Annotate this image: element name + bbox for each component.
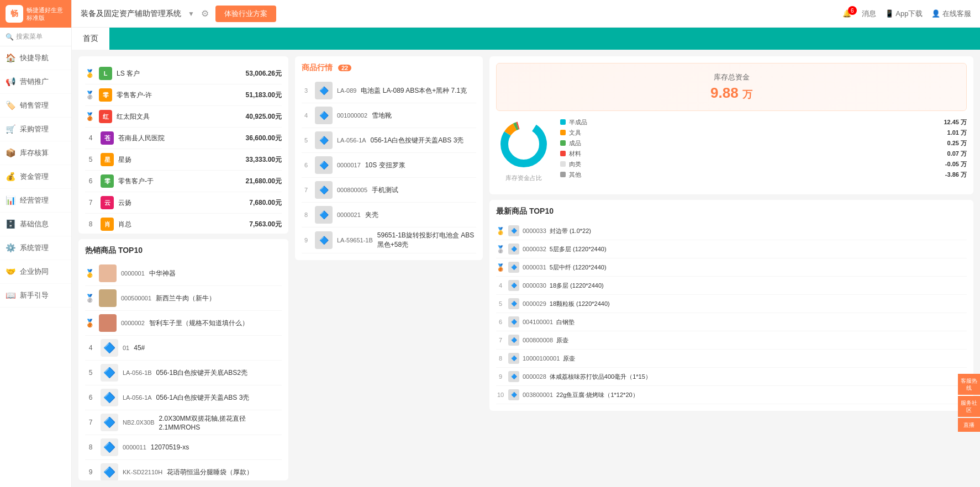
- legend-name: 其他: [569, 171, 942, 179]
- newest-product-code: 003800001: [523, 391, 553, 398]
- sales-amount: 7,563.00元: [249, 220, 282, 229]
- newest-product-name: 体咸荔核味苏打饮品400毫升（1*15）: [550, 373, 967, 381]
- newest-product-name: 5层多层 (1220*2440): [550, 245, 967, 253]
- sidebar-item-快捷导航[interactable]: 🏠 快捷导航: [0, 46, 71, 70]
- customer-name: 肖总: [118, 220, 245, 229]
- product-thumbnail: 🔷: [101, 414, 118, 431]
- product-name: 花语萌恒温分腿睡袋（厚款）: [167, 468, 282, 477]
- product-code: KK-SD22110H: [123, 469, 162, 475]
- product-name: 电池盖 LA-089 ABS本色+黑种 7.1克: [361, 86, 476, 96]
- product-code: LA-056-1A: [337, 137, 366, 144]
- legend-value: 12.45 万: [944, 118, 967, 126]
- sidebar-item-新手引导[interactable]: 📖 新手引导: [0, 284, 71, 308]
- app-download-btn[interactable]: 📱 App下载: [885, 9, 923, 19]
- tab-home[interactable]: 首页: [72, 28, 109, 50]
- legend-item: 文具 1.01 万: [560, 129, 967, 137]
- sidebar-item-label: 营销推广: [20, 77, 49, 87]
- newest-product-item: 5 🔷 0000029 18颗粒板 (1220*2440): [496, 295, 967, 313]
- chart-sublabel: 库存资金占比: [496, 174, 551, 182]
- message-btn[interactable]: 🔔6 消息: [842, 9, 877, 19]
- hot-product-item: 🥉 0000002 智利车子里（规格不知道填什么）: [85, 311, 282, 336]
- sidebar-logo: 畅 畅捷通好生意 标准版: [0, 0, 71, 28]
- sidebar-icon: 🏠: [6, 53, 15, 63]
- newest-rank-num: 8: [496, 355, 505, 362]
- newest-product-item: 7 🔷 000800008 原壶: [496, 331, 967, 350]
- newest-product-item: 🥉 🔷 0000031 5层中纤 (1220*2440): [496, 258, 967, 277]
- newest-product-icon: 🔷: [508, 244, 519, 255]
- product-thumbnail: 🔷: [101, 438, 118, 456]
- logo-icon: 畅: [6, 5, 23, 23]
- newest-product-name: 原壶: [563, 354, 967, 363]
- customer-avatar: 肖: [101, 218, 114, 231]
- float-btn-服务社区[interactable]: 服务社区: [958, 396, 980, 417]
- newest-product-item: 6 🔷 004100001 白钢垫: [496, 313, 967, 331]
- newest-medal: 🥉: [496, 263, 505, 272]
- sidebar-item-营销推广[interactable]: 📢 营销推广: [0, 70, 71, 94]
- newest-product-icon: 🔷: [508, 225, 519, 236]
- newest-product-code: 000800008: [523, 337, 553, 343]
- market-rank: 5: [302, 137, 310, 144]
- market-product-item: 5 🔷 LA-056-1A 056-1A白色按键开关盖ABS 3壳: [302, 128, 476, 153]
- product-market-box: 商品行情 22 3 🔷 LA-089 电池盖 LA-089 ABS本色+黑种 7…: [295, 56, 483, 260]
- rank-number: 6: [85, 177, 96, 185]
- hot-products-box: 热销商品 TOP10 🥇 0000001 中华神器 🥈 000500001 新西…: [78, 239, 288, 480]
- hot-rank-num: 7: [85, 419, 96, 426]
- newest-rank-num: 7: [496, 337, 505, 343]
- sidebar-item-资金管理[interactable]: 💰 资金管理: [0, 165, 71, 189]
- hot-products-title: 热销商品 TOP10: [85, 246, 282, 256]
- newest-product-icon: 🔷: [508, 353, 519, 364]
- product-code: LA-59651-1B: [337, 237, 373, 244]
- sidebar-item-基础信息[interactable]: 🗄️ 基础信息: [0, 213, 71, 236]
- sidebar-item-经营管理[interactable]: 📊 经营管理: [0, 189, 71, 213]
- legend-dot: [560, 140, 566, 146]
- search-menu[interactable]: 🔍 搜索菜单: [0, 28, 71, 46]
- online-service-btn[interactable]: 👤 在线客服: [931, 9, 971, 19]
- medal-icon: 🥉: [85, 112, 94, 121]
- donut-section: 库存资金占比 半成品 12.45 万 文具 1.01 万 成品 0.25 万 材…: [496, 111, 967, 188]
- dropdown-arrow-icon[interactable]: ▼: [188, 10, 194, 18]
- market-rank: 3: [302, 87, 310, 94]
- customer-avatar: 星: [101, 153, 114, 166]
- hot-rank-num: 4: [85, 344, 96, 352]
- product-code: LA-056-1A: [123, 394, 152, 401]
- newest-product-item: 🥇 🔷 0000033 封边带 (1.0*22): [496, 222, 967, 240]
- sales-rank-box: 🥇 L LS 客户 53,006.26元 🥈 零 零售客户-许 51,183.0…: [78, 56, 288, 234]
- customer-avatar: 零: [101, 174, 114, 188]
- product-name: 12070519-xs: [151, 443, 282, 451]
- product-thumbnail: [99, 314, 117, 332]
- app-version: 标准版: [27, 14, 63, 22]
- sales-rank-item: 🥉 红 红太阳文具 40,925.00元: [85, 106, 282, 128]
- newest-rank-num: 4: [496, 282, 505, 289]
- product-name: 2.0X30MM双搓花轴,搓花直径2.1MM/ROHS: [159, 414, 282, 431]
- sidebar-icon: 🤝: [6, 267, 15, 277]
- market-product-item: 8 🔷 0000021 夹壳: [302, 203, 476, 227]
- sales-rank-item: 5 星 星扬 33,333.00元: [85, 149, 282, 171]
- sidebar-item-企业协同[interactable]: 🤝 企业协同: [0, 260, 71, 284]
- legend-name: 肉类: [569, 160, 942, 168]
- legend-name: 文具: [569, 129, 944, 137]
- sales-amount: 53,006.26元: [246, 69, 282, 78]
- float-btn-直播[interactable]: 直播: [958, 418, 980, 432]
- sidebar-item-库存核算[interactable]: 📦 库存核算: [0, 141, 71, 165]
- sales-amount: 40,925.00元: [246, 112, 282, 121]
- product-name: 45#: [134, 344, 282, 352]
- sidebar-item-采购管理[interactable]: 🛒 采购管理: [0, 118, 71, 141]
- product-code: 001000002: [337, 112, 367, 119]
- content: 🥇 L LS 客户 53,006.26元 🥈 零 零售客户-许 51,183.0…: [72, 50, 980, 487]
- trial-button[interactable]: 体验行业方案: [215, 6, 276, 22]
- product-thumb: 🔷: [315, 82, 333, 99]
- customer-name: 零售客户-于: [118, 177, 241, 186]
- gear-icon[interactable]: ⚙: [201, 8, 209, 19]
- sales-amount: 51,183.00元: [246, 91, 282, 100]
- sidebar-item-销售管理[interactable]: 🏷️ 销售管理: [0, 94, 71, 118]
- hot-product-item: 🥇 0000001 中华神器: [85, 261, 282, 286]
- customer-name: LS 客户: [117, 69, 241, 78]
- market-rank: 6: [302, 162, 310, 168]
- float-btn-客服热线[interactable]: 客服热线: [958, 374, 980, 395]
- legend-dot: [560, 151, 566, 156]
- product-code: NB2.0X30B: [123, 419, 154, 426]
- sidebar-item-系统管理[interactable]: ⚙️ 系统管理: [0, 236, 71, 260]
- system-title: 装备及固定资产辅助管理系统: [81, 9, 181, 19]
- inventory-unit: 万: [742, 89, 752, 100]
- inventory-box: 库存总资金 9.88 万: [489, 56, 973, 194]
